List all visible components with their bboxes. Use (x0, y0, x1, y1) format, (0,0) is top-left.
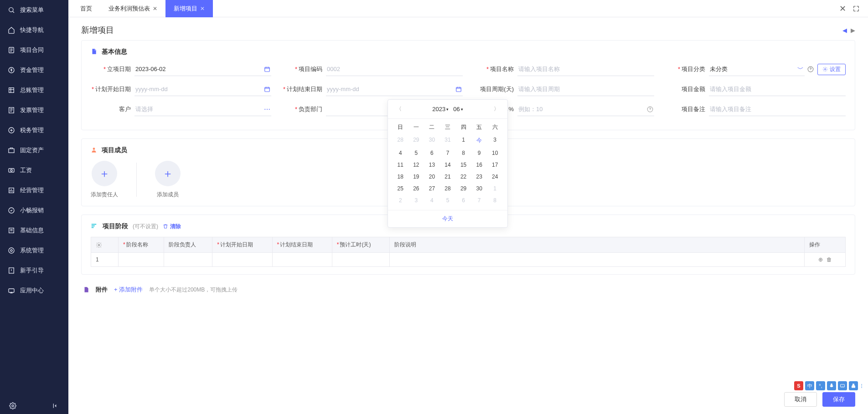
dp-day[interactable]: 11 (393, 159, 408, 171)
dp-day[interactable]: 26 (408, 183, 424, 194)
settings-icon[interactable] (9, 402, 16, 409)
dp-day[interactable]: 23 (471, 171, 487, 183)
dp-day[interactable]: 25 (393, 183, 408, 194)
dp-day[interactable]: 24 (487, 171, 503, 183)
dp-day[interactable]: 8 (487, 194, 503, 206)
close-icon[interactable]: ✕ (839, 4, 846, 14)
sidebar-item-14[interactable]: 应用中心 (0, 281, 68, 301)
collapse-icon[interactable] (52, 402, 59, 409)
dp-day[interactable]: 9 (471, 147, 487, 159)
dp-day[interactable]: 16 (471, 159, 487, 171)
dp-day[interactable]: 2 (393, 194, 408, 206)
sidebar-item-9[interactable]: 经营管理 (0, 180, 68, 200)
dp-day[interactable]: 6 (455, 194, 471, 206)
tab-close-icon[interactable]: ✕ (200, 5, 205, 12)
sidebar-item-8[interactable]: 工资 (0, 160, 68, 180)
sidebar-item-4[interactable]: 总账管理 (0, 80, 68, 100)
dp-year-select[interactable]: 2023▾ (432, 106, 449, 112)
sidebar-item-11[interactable]: 基础信息 (0, 220, 68, 240)
dp-day[interactable]: 28 (393, 134, 408, 147)
sidebar-item-13[interactable]: 新手引导 (0, 261, 68, 281)
dp-day[interactable]: 30 (471, 183, 487, 194)
category-settings-button[interactable]: 设置 (817, 64, 846, 75)
help-icon[interactable] (807, 66, 814, 72)
dp-day[interactable]: 3 (487, 134, 503, 147)
calendar-icon[interactable] (264, 66, 270, 72)
fullscreen-icon[interactable] (852, 5, 860, 12)
calendar-icon[interactable] (264, 86, 270, 92)
tab-0[interactable]: 首页 (72, 0, 100, 17)
plan-start-input[interactable] (134, 82, 271, 96)
cancel-button[interactable]: 取消 (784, 392, 817, 407)
stages-clear-button[interactable]: 清除 (163, 223, 181, 230)
dp-day[interactable]: 1 (455, 134, 471, 147)
project-date-input[interactable] (134, 62, 271, 76)
dp-day[interactable]: 20 (424, 171, 440, 183)
col-gear[interactable] (91, 237, 119, 253)
more-icon[interactable]: ⋯ (264, 106, 270, 113)
sidebar-item-0[interactable]: 搜索菜单 (0, 0, 68, 20)
add-owner-button[interactable]: ＋ (92, 161, 117, 186)
save-button[interactable]: 保存 (822, 392, 855, 407)
help-icon[interactable] (647, 106, 653, 112)
dp-next[interactable]: 〉 (492, 104, 501, 114)
row-add-icon[interactable]: ⊕ (818, 256, 823, 263)
dp-day[interactable]: 今 (471, 134, 487, 147)
dp-day[interactable]: 29 (455, 183, 471, 194)
sidebar-item-5[interactable]: 发票管理 (0, 100, 68, 120)
project-code-input[interactable] (326, 62, 463, 76)
dp-month-select[interactable]: 06▾ (453, 106, 463, 112)
tab-1[interactable]: 业务利润预估表✕ (100, 0, 165, 17)
remark-input[interactable] (709, 102, 846, 116)
dp-day[interactable]: 7 (440, 147, 456, 159)
sidebar-item-10[interactable]: 小畅报销 (0, 200, 68, 220)
dp-day[interactable]: 19 (408, 171, 424, 183)
sidebar-item-2[interactable]: 项目合同 (0, 40, 68, 60)
dp-day[interactable]: 8 (455, 147, 471, 159)
page-prev[interactable]: ◀ (842, 27, 847, 34)
sidebar-item-7[interactable]: 固定资产 (0, 140, 68, 160)
sidebar-item-1[interactable]: 快捷导航 (0, 20, 68, 40)
customer-select[interactable] (134, 102, 271, 116)
complete-pct-input[interactable] (517, 102, 654, 116)
plan-end-input[interactable] (326, 82, 463, 96)
project-name-input[interactable] (517, 62, 654, 76)
dp-day[interactable]: 13 (424, 159, 440, 171)
sidebar-item-6[interactable]: 税务管理 (0, 120, 68, 140)
add-member-button[interactable]: ＋ (155, 161, 181, 186)
dp-day[interactable]: 18 (393, 171, 408, 183)
dp-day[interactable]: 4 (393, 147, 408, 159)
dp-prev[interactable]: 〈 (394, 104, 403, 114)
dp-day[interactable]: 17 (487, 159, 503, 171)
row-delete-icon[interactable]: 🗑 (827, 256, 832, 263)
dp-day[interactable]: 28 (440, 183, 456, 194)
dp-day[interactable]: 5 (440, 194, 456, 206)
amount-input[interactable] (709, 82, 846, 96)
calendar-icon[interactable] (455, 86, 462, 92)
dp-day[interactable]: 1 (487, 183, 503, 194)
sidebar-item-12[interactable]: 系统管理 (0, 240, 68, 261)
table-row[interactable]: 1⊕🗑 (91, 253, 846, 267)
dp-day[interactable]: 22 (455, 171, 471, 183)
dp-day[interactable]: 3 (408, 194, 424, 206)
dp-day[interactable]: 29 (408, 134, 424, 147)
dp-day[interactable]: 4 (424, 194, 440, 206)
dp-day[interactable]: 21 (440, 171, 456, 183)
dp-day[interactable]: 30 (424, 134, 440, 147)
dp-day[interactable]: 12 (408, 159, 424, 171)
page-next[interactable]: ▶ (851, 27, 855, 34)
tab-close-icon[interactable]: ✕ (153, 5, 157, 12)
dp-day[interactable]: 7 (471, 194, 487, 206)
project-category-select[interactable] (709, 62, 805, 76)
chevron-down-icon[interactable]: ﹀ (797, 65, 804, 73)
dp-day[interactable]: 27 (424, 183, 440, 194)
dp-day[interactable]: 14 (440, 159, 456, 171)
add-attachment-button[interactable]: + 添加附件 (114, 286, 143, 294)
sidebar-item-3[interactable]: 资金管理 (0, 60, 68, 80)
dp-day[interactable]: 15 (455, 159, 471, 171)
tab-2[interactable]: 新增项目✕ (165, 0, 213, 17)
dp-day[interactable]: 5 (408, 147, 424, 159)
dp-day[interactable]: 6 (424, 147, 440, 159)
dp-day[interactable]: 31 (440, 134, 456, 147)
period-input[interactable] (517, 82, 654, 96)
